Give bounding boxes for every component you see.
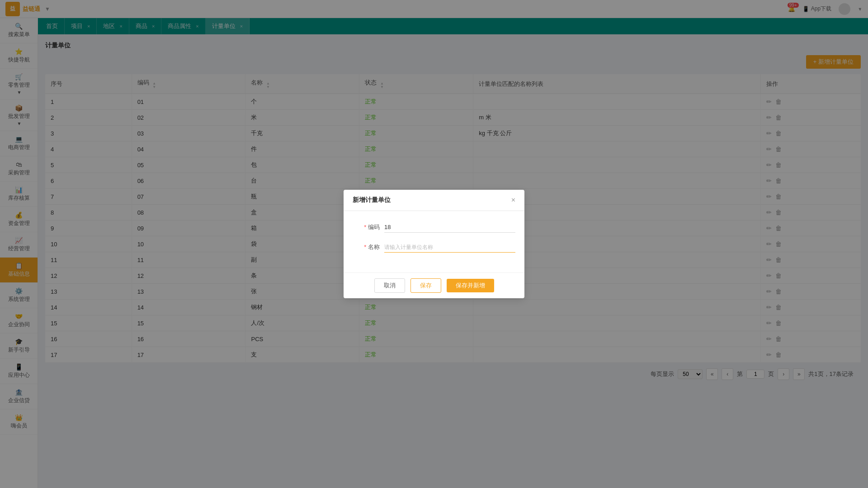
save-button[interactable]: 保存 [410,278,441,293]
name-field-row: 名称 [353,242,515,253]
code-field-row: 编码 [353,222,515,233]
save-and-new-button[interactable]: 保存并新增 [447,279,494,292]
code-input[interactable] [384,222,515,233]
cancel-button[interactable]: 取消 [374,278,405,293]
modal-overlay: 新增计量单位 × 编码 名称 取消 保存 保存并新增 [0,0,868,488]
modal-footer: 取消 保存 保存并新增 [344,272,524,298]
add-unit-modal: 新增计量单位 × 编码 名称 取消 保存 保存并新增 [344,190,524,298]
modal-header: 新增计量单位 × [344,190,524,211]
modal-body: 编码 名称 [344,211,524,272]
modal-title: 新增计量单位 [353,196,391,204]
modal-close-btn[interactable]: × [511,196,515,204]
name-label: 名称 [353,243,380,251]
name-input[interactable] [384,242,515,253]
code-label: 编码 [353,223,380,231]
